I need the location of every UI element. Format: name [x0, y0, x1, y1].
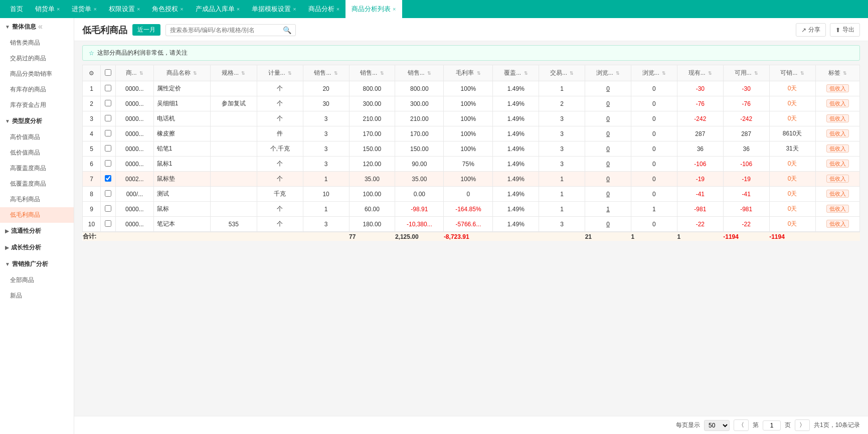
cell-checkbox[interactable] [101, 172, 116, 187]
cell-checkbox[interactable] [101, 96, 116, 111]
next-page-button[interactable]: 〉 [795, 419, 810, 431]
th-available[interactable]: 可用... ⇅ [723, 65, 769, 81]
sidebar-item-all-goods[interactable]: 全部商品 [0, 272, 74, 288]
nav-template[interactable]: 单据模板设置 × [246, 0, 302, 18]
cell-checkbox[interactable] [101, 126, 116, 141]
sidebar-item-low-margin[interactable]: 低毛利商品 [0, 207, 74, 223]
share-button[interactable]: ↗ 分享 [796, 23, 826, 37]
nav-template-close[interactable]: × [293, 6, 296, 12]
nav-sales[interactable]: 销货单 × [29, 0, 66, 18]
cell-browse1[interactable]: 0 [585, 217, 631, 232]
page-size-select[interactable]: 50 100 200 [704, 420, 730, 431]
nav-goods-list-close[interactable]: × [393, 6, 396, 12]
nav-role-close[interactable]: × [180, 6, 183, 12]
sidebar-item-high-coverage[interactable]: 高覆盖度商品 [0, 161, 74, 176]
sidebar-group-growth[interactable]: ▶ 成长性分析 [0, 239, 74, 256]
page-unit-label: 页 [785, 421, 791, 429]
row-checkbox[interactable] [105, 130, 111, 136]
sidebar-group-type-analysis[interactable]: ▼ 类型度分析 [0, 113, 74, 129]
cell-browse1[interactable]: 0 [585, 81, 631, 96]
th-sale-price[interactable]: 销售... ⇅ [349, 65, 395, 81]
th-unit[interactable]: 计量... ⇅ [257, 65, 303, 81]
row-checkbox[interactable] [105, 160, 111, 167]
row-checkbox[interactable] [105, 190, 111, 197]
date-filter-button[interactable]: 近一月 [132, 24, 160, 36]
cell-checkbox[interactable] [101, 111, 116, 126]
row-checkbox[interactable] [105, 175, 111, 182]
nav-purchase[interactable]: 进货单 × [66, 0, 102, 18]
sidebar-item-category-rate[interactable]: 商品分类助销率 [0, 66, 74, 82]
cell-browse1[interactable]: 0 [585, 172, 631, 187]
export-button[interactable]: ⬆ 导出 [830, 23, 860, 37]
th-sale-amount[interactable]: 销售... ⇅ [395, 65, 444, 81]
row-checkbox[interactable] [105, 145, 111, 152]
page-number-input[interactable] [763, 420, 781, 430]
sidebar-item-low-value[interactable]: 低价值商品 [0, 145, 74, 161]
th-browse2[interactable]: 浏览... ⇅ [631, 65, 677, 81]
cell-name: 鼠标垫 [153, 172, 210, 187]
cell-browse2: 0 [631, 96, 677, 111]
cell-browse1[interactable]: 0 [585, 141, 631, 157]
row-checkbox[interactable] [105, 115, 111, 121]
cell-checkbox[interactable] [101, 81, 116, 96]
th-transaction[interactable]: 交易... ⇅ [539, 65, 585, 81]
prev-page-button[interactable]: 〈 [734, 419, 749, 431]
nav-product-in-close[interactable]: × [237, 6, 240, 12]
cell-name: 橡皮擦 [153, 126, 210, 141]
sidebar-item-new-goods[interactable]: 新品 [0, 288, 74, 304]
nav-product-in[interactable]: 产成品入库单 × [190, 0, 246, 18]
nav-permission-close[interactable]: × [137, 6, 140, 12]
sidebar-item-high-margin[interactable]: 高毛利商品 [0, 192, 74, 207]
select-all-checkbox[interactable] [105, 69, 111, 76]
nav-purchase-close[interactable]: × [93, 6, 96, 12]
cell-checkbox[interactable] [101, 187, 116, 202]
sidebar-group-circulation[interactable]: ▶ 流通性分析 [0, 223, 74, 239]
th-name[interactable]: 商品名称 ⇅ [153, 65, 210, 81]
th-tag[interactable]: 标签 ⇅ [815, 65, 859, 81]
nav-goods-analysis[interactable]: 商品分析 × [302, 0, 345, 18]
th-sale-qty[interactable]: 销售... ⇅ [303, 65, 349, 81]
nav-home[interactable]: 首页 [4, 0, 29, 18]
row-checkbox[interactable] [105, 85, 111, 91]
cell-browse1[interactable]: 0 [585, 126, 631, 141]
sidebar-item-high-value[interactable]: 高价值商品 [0, 129, 74, 145]
cell-browse1[interactable]: 0 [585, 157, 631, 172]
cell-checkbox[interactable] [101, 217, 116, 232]
search-input[interactable] [170, 27, 283, 34]
row-checkbox[interactable] [105, 220, 111, 227]
row-checkbox[interactable] [105, 100, 111, 106]
sidebar-item-traded-goods[interactable]: 交易过的商品 [0, 51, 74, 66]
cell-checkbox[interactable] [101, 157, 116, 172]
th-spec[interactable]: 规格... ⇅ [210, 65, 257, 81]
sidebar-item-stock-capital[interactable]: 库存资金占用 [0, 97, 74, 113]
sidebar-item-sales-goods[interactable]: 销售类商品 [0, 35, 74, 51]
cell-browse1[interactable]: 0 [585, 96, 631, 111]
sidebar-group-marketing[interactable]: ▼ 营销推广分析 [0, 256, 74, 272]
cell-browse1[interactable]: 0 [585, 187, 631, 202]
cell-browse1[interactable]: 1 [585, 202, 631, 217]
th-current-stock[interactable]: 现有... ⇅ [677, 65, 723, 81]
cell-tag: 低收入 [815, 126, 859, 141]
sidebar-group-overview[interactable]: ▼ 整体信息 « [0, 18, 74, 35]
cell-tag: 低收入 [815, 187, 859, 202]
nav-permission[interactable]: 权限设置 × [103, 0, 146, 18]
cell-checkbox[interactable] [101, 202, 116, 217]
th-coverage[interactable]: 覆盖... ⇅ [493, 65, 539, 81]
cell-checkbox[interactable] [101, 141, 116, 157]
nav-goods-analysis-list[interactable]: 商品分析列表 × [345, 0, 402, 18]
sidebar-item-stock-goods[interactable]: 有库存的商品 [0, 82, 74, 97]
nav-sales-close[interactable]: × [57, 6, 60, 12]
th-browse1[interactable]: 浏览... ⇅ [585, 65, 631, 81]
sidebar-collapse-btn[interactable]: « [38, 22, 43, 31]
th-checkbox[interactable] [101, 65, 116, 81]
cell-sale-price: 35.00 [349, 172, 395, 187]
cell-browse1[interactable]: 0 [585, 111, 631, 126]
row-checkbox[interactable] [105, 205, 111, 212]
nav-role[interactable]: 角色授权 × [146, 0, 189, 18]
th-code[interactable]: 商... ⇅ [116, 65, 154, 81]
th-setting[interactable]: ⚙ [83, 65, 101, 81]
th-saleable[interactable]: 可销... ⇅ [769, 65, 815, 81]
nav-goods-analysis-close[interactable]: × [336, 6, 339, 12]
th-gross-margin[interactable]: 毛利率 ⇅ [444, 65, 493, 81]
sidebar-item-low-coverage[interactable]: 低覆盖度商品 [0, 176, 74, 192]
